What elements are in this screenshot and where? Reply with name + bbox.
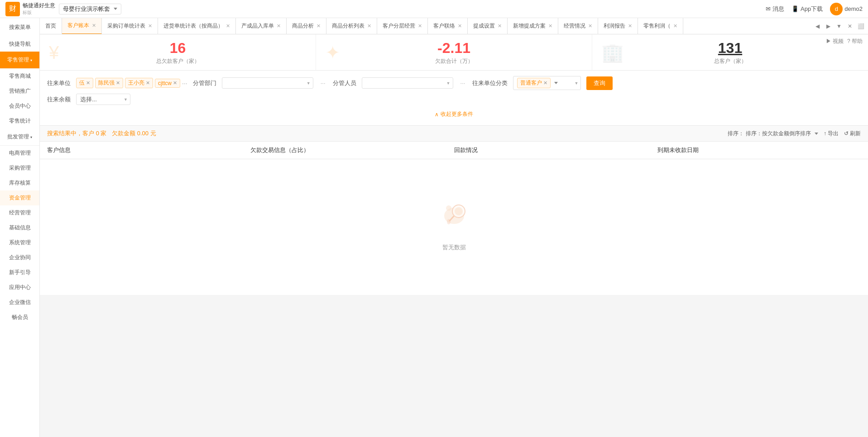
- sidebar: 搜索菜单 快捷导航 零售管理 ▾ 零售商城 营销推广 会员中心 零售统计 批发管…: [0, 18, 40, 437]
- tab-close-customer-tier[interactable]: ✕: [418, 23, 422, 29]
- sidebar-item-finance[interactable]: 资金管理: [0, 190, 39, 205]
- tab-purchase-stats[interactable]: 进货单统计表（按商品） ✕: [158, 18, 236, 34]
- store-selector[interactable]: 母婴行业演示帐套: [59, 4, 121, 14]
- sidebar-item-ecommerce[interactable]: 电商管理: [0, 146, 39, 161]
- collapse-button[interactable]: ∧ 收起更多条件: [435, 110, 473, 118]
- result-info: 搜索结果中，客户 0 家 欠款金额 0.00 元: [47, 129, 156, 138]
- tab-scroll-right-button[interactable]: ▶: [824, 22, 833, 31]
- export-button[interactable]: ↑ 导出: [824, 130, 839, 138]
- tab-customer-contact[interactable]: 客户联络 ✕: [428, 18, 468, 34]
- unit-tag-cj-close[interactable]: ✕: [173, 81, 177, 86]
- tab-profit-report[interactable]: 利润报告 ✕: [598, 18, 638, 34]
- tab-purchase-order[interactable]: 采购订单统计表 ✕: [102, 18, 158, 34]
- sidebar-item-retail-management[interactable]: 零售管理 ▾: [0, 52, 39, 69]
- sidebar-item-app-center[interactable]: 应用中心: [0, 280, 39, 295]
- table-header: 客户信息 欠款交易信息（占比） 回款情况 到期未收款日期: [40, 142, 868, 159]
- sidebar-quick-nav[interactable]: 快捷导航: [0, 37, 39, 52]
- sidebar-item-inventory[interactable]: 库存核算: [0, 176, 39, 190]
- collapse-up-icon: ∧: [435, 111, 439, 118]
- sidebar-item-member-center[interactable]: 会员中心: [0, 99, 39, 114]
- message-button[interactable]: ✉ 消息: [766, 5, 784, 13]
- table-container: 客户信息 欠款交易信息（占比） 回款情况 到期未收款日期: [40, 142, 868, 295]
- unit-tag-chen-close[interactable]: ✕: [116, 81, 120, 86]
- tab-close-customer-book[interactable]: ✕: [92, 23, 96, 28]
- tab-close-product-stock[interactable]: ✕: [277, 23, 281, 29]
- sidebar-item-basic-info[interactable]: 基础信息: [0, 220, 39, 235]
- tab-close-operations[interactable]: ✕: [588, 23, 592, 29]
- sidebar-search-label[interactable]: 搜索菜单: [0, 18, 39, 37]
- help-link[interactable]: ? 帮助: [847, 38, 863, 45]
- main-layout: 搜索菜单 快捷导航 零售管理 ▾ 零售商城 营销推广 会员中心 零售统计 批发管…: [0, 18, 868, 437]
- sidebar-item-marketing[interactable]: 营销推广: [0, 84, 39, 99]
- tab-close-raise-setting[interactable]: ✕: [498, 23, 502, 29]
- video-link[interactable]: ▶ 视频: [826, 38, 844, 45]
- tab-new-raise-plan[interactable]: 新增提成方案 ✕: [508, 18, 558, 34]
- tab-product-stock[interactable]: 产成品入库单 ✕: [236, 18, 287, 34]
- dept-dots[interactable]: ···: [319, 80, 327, 86]
- avatar: d: [830, 3, 843, 15]
- sidebar-item-system[interactable]: 系统管理: [0, 235, 39, 250]
- tab-more-button[interactable]: ▼: [834, 22, 844, 31]
- tab-product-analysis-list[interactable]: 商品分析列表 ✕: [326, 18, 377, 34]
- tab-maximize-button[interactable]: ⬜: [856, 22, 865, 31]
- dept-select[interactable]: [222, 77, 313, 89]
- unit-tag-wang-close[interactable]: ✕: [146, 81, 150, 86]
- tab-customer-tier[interactable]: 客户分层经营 ✕: [377, 18, 428, 34]
- unit-class-filter-label: 往来单位分类: [472, 79, 508, 87]
- user-avatar-button[interactable]: d demo2: [830, 3, 863, 15]
- tab-raise-setting[interactable]: 提成设置 ✕: [468, 18, 508, 34]
- app-download-button[interactable]: 📱 App下载: [791, 5, 823, 13]
- collapse-row: ∧ 收起更多条件: [47, 109, 861, 120]
- tab-home[interactable]: 首页: [40, 18, 62, 34]
- tab-close-profit-report[interactable]: ✕: [628, 23, 632, 29]
- person-select-wrap: [362, 77, 453, 89]
- tab-close-product-analysis[interactable]: ✕: [317, 23, 321, 29]
- tab-close-retail-profit[interactable]: ✕: [673, 23, 677, 29]
- query-button[interactable]: 查询: [586, 76, 613, 90]
- table-header-customer: 客户信息: [47, 146, 250, 154]
- top-bar: 财 畅捷通好生意 标版 母婴行业演示帐套 ✉ 消息 📱 App下载 d demo…: [0, 0, 868, 18]
- sidebar-item-enterprise-wechat[interactable]: 企业微信: [0, 295, 39, 310]
- refresh-button[interactable]: ↺ 刷新: [844, 130, 861, 138]
- person-select[interactable]: [362, 77, 453, 89]
- tab-operations[interactable]: 经营情况 ✕: [558, 18, 598, 34]
- unit-class-dropdown-icon: [554, 82, 558, 84]
- unit-class-tag: 普通客户 ✕: [517, 78, 551, 88]
- tab-close-product-analysis-list[interactable]: ✕: [367, 23, 371, 29]
- sidebar-item-retail-mall[interactable]: 零售商城: [0, 69, 39, 84]
- tab-scroll-left-button[interactable]: ◀: [813, 22, 822, 31]
- filter-row-1: 往来单位 伍 ✕ 陈民强 ✕ 王小亮 ✕: [47, 76, 861, 90]
- unit-filter-tags: 伍 ✕ 陈民强 ✕ 王小亮 ✕ cjttcw ✕: [76, 78, 187, 88]
- sidebar-item-retail-stats[interactable]: 零售统计: [0, 114, 39, 128]
- tab-close-all-button[interactable]: ✕: [845, 22, 854, 31]
- stat3-number: 131: [718, 39, 742, 57]
- tab-close-purchase-order[interactable]: ✕: [148, 23, 152, 29]
- tab-close-new-raise-plan[interactable]: ✕: [548, 23, 552, 29]
- table-body: 暂无数据: [40, 159, 868, 295]
- tab-retail-profit[interactable]: 零售利润（ ✕: [638, 18, 683, 34]
- sidebar-item-wholesale-management[interactable]: 批发管理 ▾: [0, 128, 39, 146]
- sort-select[interactable]: 排序： 排序：按欠款金额倒序排序: [728, 130, 818, 138]
- person-dots[interactable]: ···: [459, 80, 467, 86]
- sidebar-item-enterprise-collab[interactable]: 企业协同: [0, 250, 39, 265]
- content-area: 首页 客户账本 ✕ 采购订单统计表 ✕ 进货单统计表（按商品） ✕ 产成品入库单…: [40, 18, 868, 437]
- unit-tag-wu-close[interactable]: ✕: [86, 81, 90, 86]
- tab-customer-book[interactable]: 客户账本 ✕: [62, 18, 102, 34]
- svg-point-2: [455, 207, 463, 215]
- stat-icon-yuan: ¥: [49, 42, 59, 62]
- stat-video-help: ▶ 视频 ? 帮助: [826, 38, 863, 45]
- sidebar-item-operations-mgmt[interactable]: 经营管理: [0, 205, 39, 220]
- unit-tag-cj: cjttcw ✕: [155, 79, 180, 88]
- balance-select[interactable]: 选择...: [76, 94, 130, 105]
- empty-state: 暂无数据: [40, 159, 868, 288]
- tab-close-customer-contact[interactable]: ✕: [458, 23, 462, 29]
- unit-class-tag-close[interactable]: ✕: [543, 81, 547, 86]
- sidebar-item-newbie-guide[interactable]: 新手引导: [0, 265, 39, 280]
- sidebar-item-chang-member[interactable]: 畅会员: [0, 310, 39, 325]
- sidebar-item-purchase[interactable]: 采购管理: [0, 161, 39, 176]
- tab-close-purchase-stats[interactable]: ✕: [226, 23, 230, 29]
- page-content: ¥ 16 总欠款客户（家） ✦ -2.11 欠款合计（万） 🏢 131 总客户（…: [40, 34, 868, 437]
- unit-tag-more[interactable]: ···: [182, 80, 187, 87]
- logo-area: 财 畅捷通好生意 标版: [5, 2, 55, 16]
- tab-product-analysis[interactable]: 商品分析 ✕: [287, 18, 326, 34]
